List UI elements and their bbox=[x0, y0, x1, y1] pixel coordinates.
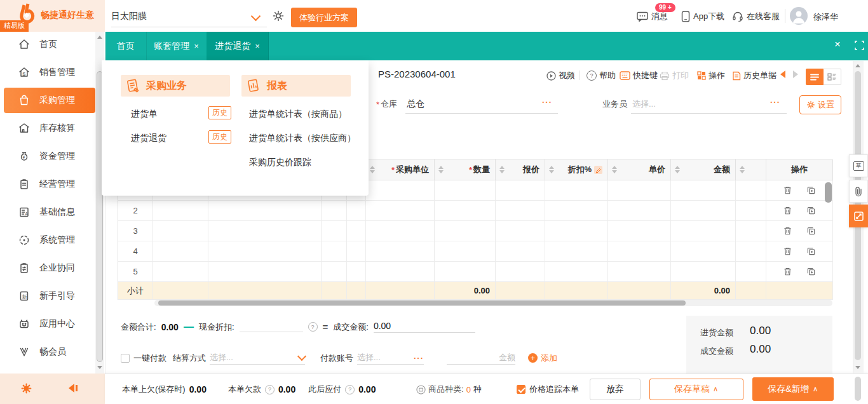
next-doc-arrow-icon[interactable] bbox=[793, 71, 798, 78]
cell[interactable] bbox=[366, 201, 435, 221]
copy-row-icon[interactable] bbox=[806, 185, 816, 195]
draft-list-button[interactable]: 草 bbox=[849, 154, 868, 177]
video-button[interactable]: 视频 bbox=[546, 70, 575, 81]
sidebar-item-app-center[interactable]: 应用中心 bbox=[0, 311, 95, 337]
cell[interactable] bbox=[608, 221, 671, 241]
cell[interactable] bbox=[671, 241, 736, 262]
shortcuts-button[interactable]: 快捷键 bbox=[620, 70, 658, 81]
cell[interactable] bbox=[435, 180, 496, 201]
card-view-toggle[interactable] bbox=[824, 69, 841, 85]
sidebar-item-funds[interactable]: ¥ 资金管理 bbox=[0, 144, 95, 169]
question-circle-icon[interactable]: ? bbox=[265, 385, 275, 394]
sidebar-gear-icon[interactable] bbox=[20, 382, 32, 394]
horizontal-scrollbar-thumb[interactable] bbox=[158, 300, 686, 306]
sidebar-item-sales[interactable]: $ 销售管理 bbox=[0, 60, 95, 85]
sidebar-item-inventory[interactable]: 库存核算 bbox=[0, 116, 95, 141]
copy-row-icon[interactable] bbox=[806, 267, 816, 276]
cell[interactable] bbox=[366, 180, 435, 201]
history-docs-button[interactable]: 历史单据 bbox=[732, 70, 776, 81]
cell[interactable] bbox=[153, 241, 208, 262]
salesman-field-placeholder[interactable]: 选择... bbox=[632, 98, 656, 110]
price-track-checkbox[interactable] bbox=[517, 385, 526, 394]
cell[interactable] bbox=[545, 180, 608, 201]
sidebar-item-system[interactable]: 系统管理 bbox=[0, 227, 95, 253]
copy-row-icon[interactable] bbox=[806, 246, 816, 256]
cell[interactable] bbox=[153, 201, 208, 221]
scroll-up-icon[interactable] bbox=[855, 64, 860, 67]
sidebar-item-purchase[interactable]: 采购管理 bbox=[4, 88, 95, 113]
edit-pencil-icon[interactable] bbox=[594, 166, 602, 174]
header-quantity[interactable]: *数量 bbox=[435, 159, 496, 180]
delete-row-icon[interactable] bbox=[783, 267, 792, 276]
cell[interactable] bbox=[347, 221, 366, 241]
header-quote[interactable]: 报价 bbox=[496, 159, 545, 180]
sidebar-item-member[interactable]: 畅会员 bbox=[0, 339, 95, 365]
expand-panel-button[interactable] bbox=[849, 205, 868, 227]
gear-icon[interactable] bbox=[272, 10, 285, 22]
avatar[interactable] bbox=[790, 7, 808, 25]
header-unit-price[interactable]: 单价 bbox=[608, 159, 671, 180]
question-circle-icon[interactable]: ? bbox=[308, 322, 318, 332]
cell[interactable] bbox=[435, 201, 496, 221]
salesman-more-icon[interactable]: ··· bbox=[770, 97, 780, 107]
copy-row-icon[interactable] bbox=[806, 206, 816, 215]
cell[interactable] bbox=[366, 262, 435, 282]
cash-discount-input[interactable] bbox=[240, 321, 303, 332]
delete-row-icon[interactable] bbox=[783, 246, 792, 256]
cell[interactable] bbox=[671, 201, 736, 221]
cell[interactable] bbox=[545, 201, 608, 221]
sidebar-item-home[interactable]: 首页 bbox=[0, 32, 95, 57]
scroll-down-icon[interactable] bbox=[855, 366, 860, 369]
sort-icon[interactable] bbox=[438, 166, 444, 173]
help-button[interactable]: ? 帮助 bbox=[587, 70, 616, 81]
history-badge[interactable]: 历史 bbox=[208, 130, 231, 144]
cell[interactable] bbox=[608, 262, 671, 282]
sidebar-item-base-info[interactable]: A 基础信息 bbox=[0, 199, 95, 225]
menu-item-price-history[interactable]: 采购历史价跟踪 bbox=[249, 157, 311, 168]
cell[interactable] bbox=[366, 221, 435, 241]
cell[interactable] bbox=[208, 221, 322, 241]
cell[interactable] bbox=[496, 241, 545, 262]
messages-button[interactable]: 消息 bbox=[637, 11, 668, 22]
scroll-up-icon[interactable] bbox=[97, 36, 102, 39]
deal-amount-value[interactable]: 0.00 bbox=[374, 321, 475, 333]
cell[interactable] bbox=[545, 241, 608, 262]
cell[interactable] bbox=[322, 262, 347, 282]
menu-item-report-by-supplier[interactable]: 进货单统计表（按供应商） bbox=[249, 133, 356, 144]
cell[interactable] bbox=[208, 262, 322, 282]
tab-close-icon[interactable]: × bbox=[194, 41, 199, 51]
tab-account-management[interactable]: 账套管理 × bbox=[146, 32, 207, 60]
delete-row-icon[interactable] bbox=[783, 206, 792, 215]
delete-row-icon[interactable] bbox=[783, 226, 792, 236]
warehouse-more-icon[interactable]: ··· bbox=[542, 97, 552, 107]
username[interactable]: 徐泽华 bbox=[813, 11, 838, 23]
attachment-button[interactable] bbox=[849, 180, 868, 203]
cell[interactable] bbox=[153, 262, 208, 282]
operations-button[interactable]: 操作 bbox=[697, 70, 725, 81]
sort-icon[interactable] bbox=[370, 166, 375, 173]
cell[interactable] bbox=[671, 180, 736, 201]
settings-button[interactable]: 设置 bbox=[799, 95, 841, 114]
menu-item-report-by-product[interactable]: 进货单统计表（按商品） bbox=[249, 109, 347, 120]
cell[interactable] bbox=[496, 262, 545, 282]
sort-icon[interactable] bbox=[612, 166, 617, 173]
sidebar-item-guide[interactable]: 新 新手引导 bbox=[0, 283, 95, 309]
warehouse-field-value[interactable]: 总仓 bbox=[407, 98, 424, 110]
pay-amount-input[interactable]: 金额 bbox=[447, 351, 515, 365]
pay-account-select[interactable]: 选择... ··· bbox=[357, 351, 424, 365]
sidebar-item-operations[interactable]: 经营管理 bbox=[0, 172, 95, 197]
cell[interactable] bbox=[608, 241, 671, 262]
onekey-payment-checkbox[interactable] bbox=[121, 354, 130, 363]
save-draft-button[interactable]: 保存草稿∧ bbox=[649, 379, 743, 400]
history-badge[interactable]: 历史 bbox=[208, 106, 231, 119]
cell[interactable] bbox=[347, 262, 366, 282]
sort-icon[interactable] bbox=[675, 166, 680, 173]
prev-doc-arrow-icon[interactable] bbox=[780, 71, 785, 78]
cell[interactable] bbox=[671, 262, 736, 282]
print-button[interactable]: 打印 bbox=[660, 70, 689, 81]
cell[interactable] bbox=[671, 221, 736, 241]
online-service-button[interactable]: 在线客服 bbox=[732, 11, 780, 22]
close-all-tabs-icon[interactable]: × bbox=[834, 38, 841, 51]
cell[interactable] bbox=[435, 241, 496, 262]
cell[interactable] bbox=[366, 241, 435, 262]
